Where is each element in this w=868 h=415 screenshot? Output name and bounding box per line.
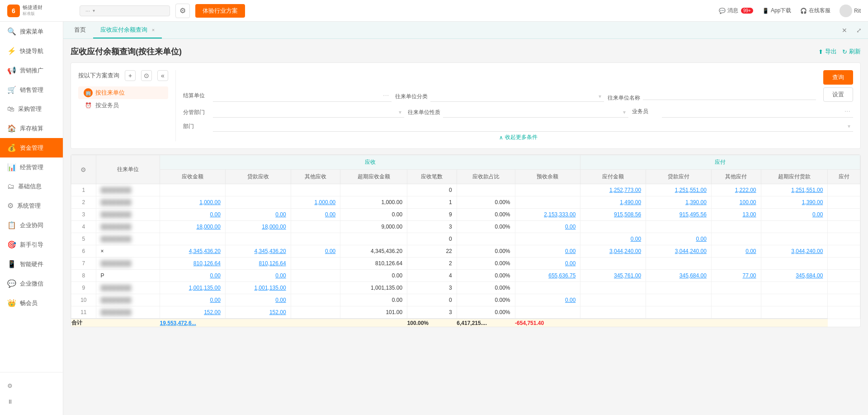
filter-dept: 分管部门 ▾ xyxy=(183,107,404,118)
row-idx: 2 xyxy=(71,196,96,209)
sidebar-label-fund: 资金管理 xyxy=(20,144,43,152)
sidebar-label-hardware: 智能硬件 xyxy=(20,260,43,268)
sidebar-item-marketing[interactable]: 📢营销推广 xyxy=(0,61,63,80)
filter-label-subdept: 部门 xyxy=(183,123,210,130)
sidebar-icon-quick: ⚡ xyxy=(7,47,16,55)
trial-button[interactable]: 体验行业方案 xyxy=(195,4,245,18)
filter-label-partner-name: 往来单位名称 xyxy=(608,94,640,102)
partner-name-input[interactable] xyxy=(643,96,816,100)
table-footer: 合计 19,553,472,6... 100.00% 6,417,215....… xyxy=(71,319,860,327)
export-button[interactable]: ⬆ 导出 xyxy=(818,48,837,56)
sidebar-item-wechat[interactable]: 💬企业微信 xyxy=(0,274,63,293)
partner-category-select[interactable]: ▾ xyxy=(430,91,604,102)
sidebar-icon-fund: 💰 xyxy=(7,143,16,152)
scheme-partner[interactable]: 🏢 按往来单位 xyxy=(78,86,168,99)
filter-partner-name: 往来单位名称 xyxy=(608,94,816,102)
tab-current[interactable]: 应收应付余额查询 × xyxy=(93,22,162,38)
row-partner: ████████ xyxy=(96,196,160,209)
sidebar-item-inventory[interactable]: 🏠库存核算 xyxy=(0,119,63,138)
table-row: 9 ████████ 1,001,135.00 1,001,135.00 1,0… xyxy=(71,282,860,294)
sidebar-icon-collab: 📋 xyxy=(7,221,16,229)
filter-partner-category: 往来单位分类 ▾ xyxy=(395,91,604,102)
subdept-select[interactable]: ▾ xyxy=(213,121,853,132)
row-partner: ████████ xyxy=(96,306,160,319)
sidebar-icon-member: 👑 xyxy=(7,299,16,307)
th-ap-group: 应付 xyxy=(580,155,860,170)
sidebar-item-sales[interactable]: 🛒销售管理 xyxy=(0,80,63,100)
sidebar-item-guide[interactable]: 🎯新手引导 xyxy=(0,235,63,254)
filter-label-partner-nature: 往来单位性质 xyxy=(408,109,440,116)
th-settings[interactable]: ⚙ xyxy=(71,155,96,184)
sidebar-label-system: 系统管理 xyxy=(17,202,41,210)
headset-icon: 🎧 xyxy=(800,8,807,14)
add-scheme-btn[interactable]: + xyxy=(125,70,136,81)
salesperson-input[interactable]: ··· xyxy=(662,105,853,118)
row-partner: ████████ xyxy=(96,221,160,233)
sidebar-icon-sales: 🛒 xyxy=(7,86,16,94)
refresh-button[interactable]: ↻ 刷新 xyxy=(842,48,861,56)
sidebar-item-operations[interactable]: 📊经营管理 xyxy=(0,157,63,177)
avatar xyxy=(840,5,852,17)
th-ar-ratio: 应收款占比 xyxy=(457,170,515,184)
row-partner: ████████ xyxy=(96,184,160,196)
page-actions: ⬆ 导出 ↻ 刷新 xyxy=(818,48,861,56)
sidebar-item-purchase[interactable]: 🛍采购管理 xyxy=(0,100,63,119)
table-row: 11 ████████ 152.00 152.00 101.00 3 0.00% xyxy=(71,306,860,319)
filter-label-settlement: 结算单位 xyxy=(183,92,210,100)
messages-btn[interactable]: 💬 消息 99+ xyxy=(719,7,753,14)
sidebar-label-collab: 企业协同 xyxy=(20,221,43,229)
sidebar-item-system[interactable]: ⚙系统管理 xyxy=(0,196,63,215)
filter-partner-nature: 往来单位性质 ▾ xyxy=(408,107,629,118)
footer-label: 合计 xyxy=(71,319,160,327)
sidebar-item-hardware[interactable]: 📱智能硬件 xyxy=(0,254,63,274)
partner-nature-select[interactable]: ▾ xyxy=(443,107,629,118)
sidebar-bottom-pause[interactable]: ⏸ xyxy=(0,394,63,410)
download-btn[interactable]: 📱 App下载 xyxy=(762,7,791,14)
table-row: 2 ████████ 1,000.00 1,000.00 1,000.00 1 … xyxy=(71,196,860,209)
scheme-partner-icon: 🏢 xyxy=(84,88,93,97)
tab-home[interactable]: 首页 xyxy=(67,22,93,38)
sidebar-label-wechat: 企业微信 xyxy=(20,280,43,288)
tab-close-icon[interactable]: × xyxy=(152,27,155,33)
sidebar-item-fund[interactable]: 💰资金管理 xyxy=(0,138,63,157)
message-icon: 💬 xyxy=(719,8,726,14)
sidebar-item-member[interactable]: 👑畅会员 xyxy=(0,293,63,313)
messages-badge: 99+ xyxy=(741,8,753,14)
edit-scheme-btn[interactable]: ⊙ xyxy=(141,70,152,81)
scheme-salesperson[interactable]: ⏰ 按业务员 xyxy=(78,99,168,112)
sidebar-icon-inventory: 🏠 xyxy=(7,124,16,133)
pause-icon: ⏸ xyxy=(7,398,13,405)
settings-button[interactable]: 设置 xyxy=(823,87,853,102)
sidebar-item-collab[interactable]: 📋企业协同 xyxy=(0,215,63,235)
row-partner: ████████ xyxy=(96,258,160,270)
th-ar-loan: 贷款应收 xyxy=(225,170,291,184)
sidebar-item-search[interactable]: 🔍搜索菜单 xyxy=(0,22,63,41)
sidebar-label-sales: 销售管理 xyxy=(20,86,43,94)
collapse-scheme-btn[interactable]: « xyxy=(157,70,168,81)
sidebar-item-quick[interactable]: ⚡快捷导航 xyxy=(0,41,63,61)
settlement-unit-input[interactable]: ··· xyxy=(213,90,392,102)
footer-ap-loan xyxy=(580,319,646,327)
th-ar-count: 应收笔数 xyxy=(407,170,457,184)
top-right: 💬 消息 99+ 📱 App下载 🎧 在线客服 Rit xyxy=(719,5,861,17)
query-button[interactable]: 查询 xyxy=(823,70,853,85)
breadcrumb-area[interactable]: ··· ▾ xyxy=(80,5,170,16)
th-partner: 往来单位 xyxy=(96,155,160,184)
logo-icon: 6 xyxy=(7,5,20,17)
th-ar-overdue: 超期应收金额 xyxy=(340,170,407,184)
tab-expand[interactable]: ⤢ xyxy=(854,25,864,36)
settings-icon-btn[interactable]: ⚙ xyxy=(175,4,190,18)
collapse-button[interactable]: ∧ 收起更多条件 xyxy=(183,134,853,141)
footer-ap-overdue xyxy=(711,319,761,327)
filter-area: 按以下方案查询 + ⊙ « 🏢 按往来单位 ⏰ 按业务员 xyxy=(71,62,861,149)
sidebar-label-marketing: 营销推广 xyxy=(20,67,43,75)
row-partner: ████████ xyxy=(96,209,160,221)
tab-close-window[interactable]: ✕ xyxy=(839,25,850,36)
dept-select[interactable]: ▾ xyxy=(213,107,404,118)
th-ap-col5: 应付 xyxy=(828,170,860,184)
sidebar-item-basic[interactable]: 🗂基础信息 xyxy=(0,177,63,196)
footer-ar-total[interactable]: 19,553,472,6... xyxy=(160,319,226,327)
user-area[interactable]: Rit xyxy=(840,5,861,17)
sidebar-bottom-settings[interactable]: ⚙ xyxy=(0,378,63,394)
service-btn[interactable]: 🎧 在线客服 xyxy=(800,7,830,14)
